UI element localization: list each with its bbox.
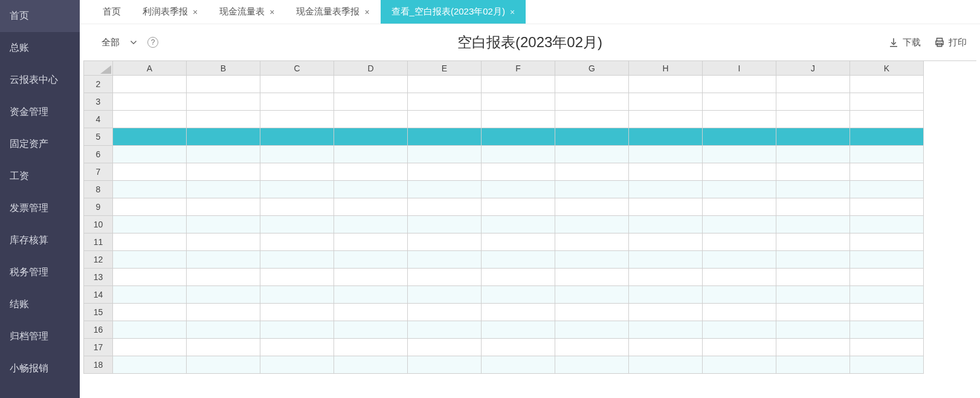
cell[interactable] xyxy=(482,181,555,198)
cell[interactable] xyxy=(113,198,187,216)
cell[interactable] xyxy=(776,146,850,163)
cell[interactable] xyxy=(334,216,408,233)
cell[interactable] xyxy=(482,321,555,339)
sidebar-item[interactable]: 库存核算 xyxy=(0,224,80,256)
cell[interactable] xyxy=(113,146,187,163)
cell[interactable] xyxy=(334,251,408,269)
help-icon[interactable]: ? xyxy=(147,37,158,48)
cell[interactable] xyxy=(260,269,334,286)
cell[interactable] xyxy=(850,356,924,374)
sidebar-item[interactable]: 归档管理 xyxy=(0,321,80,353)
close-icon[interactable]: × xyxy=(269,7,274,17)
sidebar-item[interactable]: 首页 xyxy=(0,0,80,32)
cell[interactable] xyxy=(703,356,776,374)
cell[interactable] xyxy=(113,181,187,198)
cell[interactable] xyxy=(334,128,408,146)
row-header[interactable]: 11 xyxy=(84,233,113,251)
tab[interactable]: 现金流量表× xyxy=(208,0,285,24)
cell[interactable] xyxy=(187,269,260,286)
sidebar-item[interactable]: 发票管理 xyxy=(0,192,80,224)
cell[interactable] xyxy=(555,198,629,216)
column-header[interactable]: H xyxy=(629,61,703,76)
cell[interactable] xyxy=(555,181,629,198)
cell[interactable] xyxy=(482,304,555,321)
cell[interactable] xyxy=(260,146,334,163)
cell[interactable] xyxy=(408,146,482,163)
row-header[interactable]: 13 xyxy=(84,269,113,286)
cell[interactable] xyxy=(482,356,555,374)
cell[interactable] xyxy=(776,286,850,304)
column-header[interactable]: J xyxy=(776,61,850,76)
cell[interactable] xyxy=(113,286,187,304)
cell[interactable] xyxy=(408,216,482,233)
cell[interactable] xyxy=(482,163,555,181)
cell[interactable] xyxy=(113,251,187,269)
cell[interactable] xyxy=(850,128,924,146)
cell[interactable] xyxy=(408,181,482,198)
cell[interactable] xyxy=(408,76,482,93)
close-icon[interactable]: × xyxy=(364,7,369,17)
row-header[interactable]: 18 xyxy=(84,356,113,374)
cell[interactable] xyxy=(113,76,187,93)
cell[interactable] xyxy=(408,93,482,111)
cell[interactable] xyxy=(776,339,850,356)
cell[interactable] xyxy=(408,111,482,128)
cell[interactable] xyxy=(334,321,408,339)
cell[interactable] xyxy=(850,339,924,356)
cell[interactable] xyxy=(187,146,260,163)
cell[interactable] xyxy=(776,76,850,93)
cell[interactable] xyxy=(555,269,629,286)
cell[interactable] xyxy=(555,146,629,163)
cell[interactable] xyxy=(260,339,334,356)
row-header[interactable]: 3 xyxy=(84,93,113,111)
cell[interactable] xyxy=(776,163,850,181)
cell[interactable] xyxy=(482,76,555,93)
cell[interactable] xyxy=(555,93,629,111)
cell[interactable] xyxy=(703,76,776,93)
cell[interactable] xyxy=(776,198,850,216)
cell[interactable] xyxy=(629,216,703,233)
cell[interactable] xyxy=(555,76,629,93)
cell[interactable] xyxy=(187,181,260,198)
cell[interactable] xyxy=(850,146,924,163)
cell[interactable] xyxy=(850,93,924,111)
cell[interactable] xyxy=(187,251,260,269)
cell[interactable] xyxy=(334,356,408,374)
cell[interactable] xyxy=(482,198,555,216)
cell[interactable] xyxy=(629,286,703,304)
cell[interactable] xyxy=(629,321,703,339)
cell[interactable] xyxy=(482,93,555,111)
cell[interactable] xyxy=(187,304,260,321)
cell[interactable] xyxy=(482,286,555,304)
cell[interactable] xyxy=(482,146,555,163)
cell[interactable] xyxy=(334,286,408,304)
cell[interactable] xyxy=(629,198,703,216)
row-header[interactable]: 14 xyxy=(84,286,113,304)
row-header[interactable]: 7 xyxy=(84,163,113,181)
cell[interactable] xyxy=(482,216,555,233)
cell[interactable] xyxy=(629,233,703,251)
cell[interactable] xyxy=(555,356,629,374)
cell[interactable] xyxy=(629,128,703,146)
cell[interactable] xyxy=(408,251,482,269)
cell[interactable] xyxy=(703,111,776,128)
cell[interactable] xyxy=(408,304,482,321)
cell[interactable] xyxy=(629,111,703,128)
cell[interactable] xyxy=(408,269,482,286)
cell[interactable] xyxy=(482,251,555,269)
cell[interactable] xyxy=(776,181,850,198)
sidebar-item[interactable]: 资金管理 xyxy=(0,96,80,128)
cell[interactable] xyxy=(850,233,924,251)
cell[interactable] xyxy=(629,269,703,286)
cell[interactable] xyxy=(187,111,260,128)
cell[interactable] xyxy=(850,181,924,198)
row-header[interactable]: 16 xyxy=(84,321,113,339)
cell[interactable] xyxy=(260,321,334,339)
tab[interactable]: 利润表季报× xyxy=(132,0,208,24)
cell[interactable] xyxy=(113,233,187,251)
cell[interactable] xyxy=(555,163,629,181)
cell[interactable] xyxy=(776,216,850,233)
cell[interactable] xyxy=(334,339,408,356)
cell[interactable] xyxy=(187,198,260,216)
cell[interactable] xyxy=(113,216,187,233)
